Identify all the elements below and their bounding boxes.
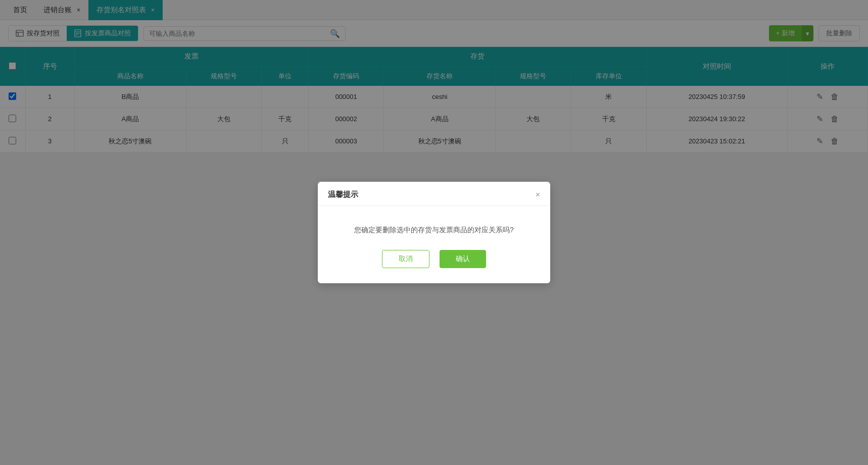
dialog-title: 温馨提示 bbox=[328, 190, 358, 199]
dialog-close-btn[interactable]: × bbox=[536, 190, 540, 199]
confirm-dialog: 温馨提示 × 您确定要删除选中的存货与发票商品的对应关系吗? 取消 确认 bbox=[318, 182, 550, 283]
dialog-body: 您确定要删除选中的存货与发票商品的对应关系吗? bbox=[318, 206, 550, 249]
dialog-footer: 取消 确认 bbox=[318, 250, 550, 283]
dialog-cancel-btn[interactable]: 取消 bbox=[382, 250, 429, 268]
dialog-confirm-btn[interactable]: 确认 bbox=[440, 250, 486, 268]
dialog-message: 您确定要删除选中的存货与发票商品的对应关系吗? bbox=[354, 226, 514, 234]
modal-overlay: 温馨提示 × 您确定要删除选中的存货与发票商品的对应关系吗? 取消 确认 bbox=[0, 0, 868, 465]
dialog-header: 温馨提示 × bbox=[318, 182, 550, 206]
